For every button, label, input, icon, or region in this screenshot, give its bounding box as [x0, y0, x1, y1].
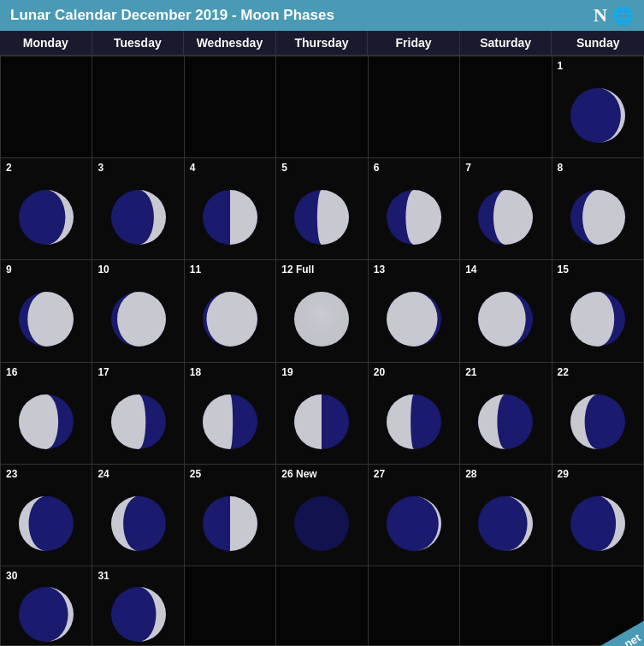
- day-number: 12 Full: [276, 264, 314, 276]
- day-number: 3: [92, 162, 103, 174]
- calendar-cell: 28: [460, 465, 552, 566]
- calendar-cell: 29: [552, 465, 644, 566]
- calendar-cell: [185, 566, 276, 646]
- moon-phase-display: [369, 482, 459, 566]
- moon-phase-display: [276, 482, 367, 566]
- day-number: 29: [552, 468, 569, 480]
- day-name-friday: Friday: [368, 31, 460, 55]
- calendar-cell: 17: [92, 363, 184, 465]
- calendar-cell: 30: [1, 566, 92, 646]
- outer-wrapper: MondayTuesdayWednesdayThursdayFridaySatu…: [0, 31, 644, 646]
- moon-phase-display: [552, 277, 643, 361]
- day-number: 16: [1, 366, 17, 378]
- moon-phase-display: [369, 277, 459, 361]
- calendar-cell: 18: [185, 363, 276, 465]
- moon-phase-display: [185, 380, 275, 464]
- day-number: 18: [185, 366, 201, 378]
- calendar-cell: 5: [276, 158, 368, 260]
- header: Lunar Calendar December 2019 - Moon Phas…: [0, 0, 644, 31]
- calendar-cell: 24: [92, 465, 184, 566]
- day-number: 2: [1, 162, 12, 174]
- day-number: 20: [369, 366, 385, 378]
- calendar-cell: [369, 566, 460, 646]
- day-number: 8: [552, 162, 564, 174]
- day-number: 14: [460, 264, 476, 276]
- moon-phase-display: [92, 175, 183, 259]
- calendar-cell: 10: [92, 260, 184, 362]
- day-number: 26 New: [276, 468, 316, 480]
- calendar-cell: [369, 56, 460, 158]
- day-number: 7: [460, 162, 471, 174]
- moon-phase-display: [185, 277, 275, 361]
- day-number: 28: [460, 468, 476, 480]
- day-number: 25: [185, 468, 201, 480]
- calendar-cell: 25: [185, 465, 276, 566]
- moon-phase-display: [92, 584, 183, 645]
- day-number: 5: [276, 162, 287, 174]
- day-name-thursday: Thursday: [276, 31, 369, 55]
- calendar-cell: [552, 566, 644, 646]
- moon-phase-display: [92, 482, 183, 566]
- day-number: 1: [552, 60, 564, 72]
- moon-phase-display: [185, 482, 275, 566]
- moon-phase-display: [276, 277, 367, 361]
- moon-phase-display: [369, 175, 459, 259]
- moon-phase-display: [1, 277, 92, 361]
- day-number: 23: [1, 468, 17, 480]
- moon-phase-display: [276, 380, 367, 464]
- globe-icon: 🌐: [612, 5, 634, 26]
- calendar-cell: [276, 56, 368, 158]
- calendar-cell: 7: [460, 158, 552, 260]
- calendar-cell: 23: [1, 465, 92, 566]
- moon-phase-display: [1, 482, 92, 566]
- calendar-cell: 22: [552, 363, 644, 465]
- moon-phase-display: [92, 380, 183, 464]
- calendar-cell: 2: [1, 158, 92, 260]
- moon-phase-display: [460, 175, 551, 259]
- day-number: 31: [92, 570, 109, 582]
- moon-phase-display: [552, 74, 643, 157]
- day-number: 9: [1, 264, 12, 276]
- calendar-cell: 12 Full: [276, 260, 368, 362]
- calendar-cell: 1: [552, 56, 644, 158]
- calendar-cell: [460, 566, 552, 646]
- moon-phase-display: [1, 584, 92, 645]
- day-name-saturday: Saturday: [460, 31, 552, 55]
- day-name-tuesday: Tuesday: [92, 31, 185, 55]
- calendar-cell: [1, 56, 92, 158]
- day-number: 13: [369, 264, 385, 276]
- calendar-cell: 4: [185, 158, 276, 260]
- day-number: 6: [369, 162, 380, 174]
- moon-phase-display: [1, 175, 92, 259]
- day-number: 4: [185, 162, 196, 174]
- day-number: 15: [552, 264, 569, 276]
- calendar-cell: 11: [185, 260, 276, 362]
- calendar-cell: 20: [369, 363, 460, 465]
- calendar-cell: 6: [369, 158, 460, 260]
- moon-phase-display: [276, 175, 367, 259]
- calendar-cell: 9: [1, 260, 92, 362]
- moon-phase-display: [460, 380, 551, 464]
- calendar-cell: [276, 566, 368, 646]
- calendar-cell: 19: [276, 363, 368, 465]
- day-name-sunday: Sunday: [552, 31, 644, 55]
- calendar-cell: 26 New: [276, 465, 368, 566]
- moon-phase-display: [185, 175, 275, 259]
- header-title: Lunar Calendar December 2019 - Moon Phas…: [10, 7, 334, 24]
- day-number: 17: [92, 366, 109, 378]
- calendar-cell: 13: [369, 260, 460, 362]
- moon-phase-display: [552, 175, 643, 259]
- day-name-wednesday: Wednesday: [184, 31, 276, 55]
- app: Lunar Calendar December 2019 - Moon Phas…: [0, 0, 644, 646]
- calendar-cell: 8: [552, 158, 644, 260]
- day-number: 10: [92, 264, 109, 276]
- header-icons: N 🌐: [594, 4, 634, 27]
- calendar-cell: [92, 56, 184, 158]
- moon-phase-display: [92, 277, 183, 361]
- day-number: 27: [369, 468, 385, 480]
- svg-point-26: [294, 496, 349, 551]
- calendar-cell: 16: [1, 363, 92, 465]
- moon-phase-display: [1, 380, 92, 464]
- calendar-cell: 3: [92, 158, 184, 260]
- day-number: 19: [276, 366, 292, 378]
